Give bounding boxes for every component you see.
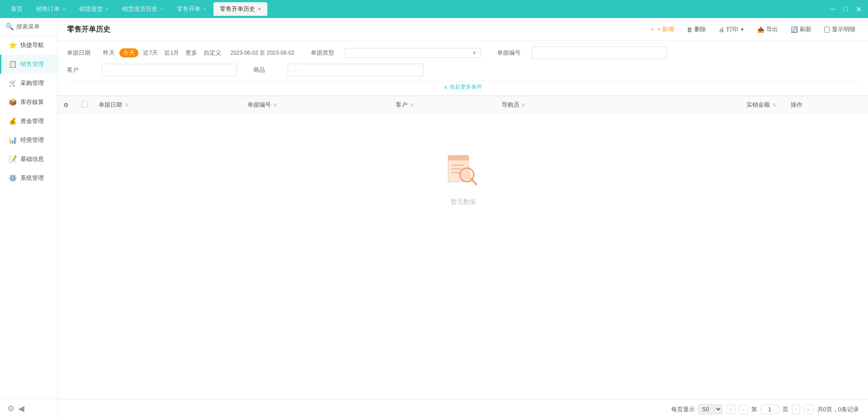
display-detail-checkbox[interactable] xyxy=(824,27,830,33)
th-customer-label: 客户 xyxy=(396,101,408,108)
sidebar-search[interactable]: 🔍 搜索菜单 xyxy=(0,18,57,36)
sidebar-item-sys-mgmt-label: 系统管理 xyxy=(20,174,44,182)
th-actions: 操作 xyxy=(785,96,868,114)
collapse-label: 收起更多条件 xyxy=(450,83,482,91)
collapse-filter-button[interactable]: ∧ 收起更多条件 xyxy=(67,81,859,93)
print-icon: 🖨 xyxy=(719,26,725,33)
tab-retail-history-label: 零售开单历史 xyxy=(220,5,255,13)
th-settings[interactable]: ⚙ xyxy=(58,96,76,114)
page-size-select[interactable]: 20 50 100 xyxy=(698,404,722,414)
th-amount[interactable]: 实销金额 ⇅ xyxy=(623,96,785,114)
page-number-input[interactable] xyxy=(761,405,779,414)
sidebar-item-inventory[interactable]: 📦 库存核算 xyxy=(0,93,57,112)
page-label: 第 xyxy=(751,405,757,414)
main-layout: 🔍 搜索菜单 ⭐ 快捷导航 📋 销售管理 🛒 采购管理 📦 库存核算 💰 资金管… xyxy=(0,18,868,419)
display-detail-checkbox-label[interactable]: 显示明细 xyxy=(821,24,859,35)
date-btn-yesterday[interactable]: 昨天 xyxy=(101,48,117,57)
delete-icon: 🗑 xyxy=(687,26,693,33)
tab-sales-return[interactable]: 销货退货 × xyxy=(73,2,115,16)
sidebar-bottom: ⚙ ◀ xyxy=(0,398,57,419)
th-amount-label: 实销金额 xyxy=(746,101,770,108)
date-btn-today[interactable]: 今天 xyxy=(119,48,138,57)
next-page-button[interactable]: › xyxy=(792,405,800,414)
sidebar-item-operations[interactable]: 📊 经营管理 xyxy=(0,131,57,150)
sidebar-item-purchase-mgmt-label: 采购管理 xyxy=(20,79,44,87)
sidebar-item-finance[interactable]: 💰 资金管理 xyxy=(0,112,57,131)
refresh-icon: 🔄 xyxy=(791,26,798,33)
delete-button[interactable]: 🗑 删除 xyxy=(683,24,710,35)
export-label: 导出 xyxy=(766,25,778,33)
tab-sales-return-history-close[interactable]: × xyxy=(160,6,163,12)
doc-number-input[interactable] xyxy=(531,47,667,59)
svg-rect-1 xyxy=(448,155,469,161)
sidebar-search-label: 搜索菜单 xyxy=(16,23,40,31)
svg-point-7 xyxy=(462,170,472,180)
tab-sales-order[interactable]: 销售订单 × xyxy=(30,2,72,16)
last-page-button[interactable]: » xyxy=(804,405,813,414)
th-number[interactable]: 单据编号 ⇅ xyxy=(242,96,391,114)
tab-sales-return-close[interactable]: × xyxy=(105,6,109,12)
operations-icon: 📊 xyxy=(9,136,17,144)
export-icon: 📤 xyxy=(757,26,764,33)
table-area: ⚙ 单据日期 ⇅ 单据编号 ⇅ 客户 xyxy=(58,96,868,399)
sys-mgmt-icon: ⚙️ xyxy=(9,174,17,182)
tab-sales-return-history[interactable]: 销货退货历史 × xyxy=(116,2,170,16)
svg-rect-2 xyxy=(451,165,464,166)
filter-area: 单据日期 昨天 今天 近7天 近1月 更多 自定义 2023-06-02 至 2… xyxy=(58,41,868,96)
tab-retail-history-close[interactable]: × xyxy=(258,6,261,12)
sidebar-item-sales-mgmt[interactable]: 📋 销售管理 xyxy=(0,55,57,74)
doc-type-label: 单据类型 xyxy=(311,49,338,57)
doc-type-dropdown-icon: ▼ xyxy=(472,50,477,56)
tab-sales-order-close[interactable]: × xyxy=(62,6,66,12)
refresh-button[interactable]: 🔄 刷新 xyxy=(787,24,815,35)
sidebar-item-sys-mgmt[interactable]: ⚙️ 系统管理 xyxy=(0,169,57,188)
sidebar-item-sales-mgmt-label: 销售管理 xyxy=(20,60,44,68)
filter-row-2: 客户 ··· 商品 ··· xyxy=(67,64,859,76)
first-page-button[interactable]: « xyxy=(726,405,735,414)
sidebar-item-base-info[interactable]: 📝 基础信息 xyxy=(0,150,57,169)
th-guide[interactable]: 导购员 ⇅ xyxy=(496,96,623,114)
tab-sales-order-label: 销售订单 xyxy=(36,5,60,13)
tab-retail-open[interactable]: 零售开单 × xyxy=(171,2,213,16)
tab-sales-return-label: 销货退货 xyxy=(79,5,103,13)
svg-rect-3 xyxy=(451,168,462,169)
customer-input[interactable]: ··· xyxy=(101,64,237,76)
top-bar: 首页 销售订单 × 销货退货 × 销货退货历史 × 零售开单 × 零售开单历史 … xyxy=(0,0,868,18)
add-icon: ＋ xyxy=(650,25,655,33)
export-button[interactable]: 📤 导出 xyxy=(754,24,782,35)
add-button[interactable]: ＋ + 新增 xyxy=(646,24,678,35)
product-input[interactable]: ··· xyxy=(288,64,423,76)
th-date[interactable]: 单据日期 ⇅ xyxy=(93,96,242,114)
tab-retail-open-label: 零售开单 xyxy=(177,5,200,13)
close-button[interactable]: ✕ xyxy=(854,4,863,14)
minimize-button[interactable]: ─ xyxy=(828,4,837,14)
settings-button[interactable]: ⚙ xyxy=(7,404,14,414)
tab-home[interactable]: 首页 xyxy=(5,2,29,16)
sidebar-item-purchase-mgmt[interactable]: 🛒 采购管理 xyxy=(0,74,57,93)
tab-retail-history[interactable]: 零售开单历史 × xyxy=(213,2,267,16)
tab-retail-open-close[interactable]: × xyxy=(203,6,206,12)
select-all-checkbox[interactable] xyxy=(81,101,88,108)
date-btn-last-month[interactable]: 近1月 xyxy=(162,48,181,57)
filter-row-1: 单据日期 昨天 今天 近7天 近1月 更多 自定义 2023-06-02 至 2… xyxy=(67,47,859,59)
empty-state-illustration xyxy=(441,150,486,191)
th-actions-label: 操作 xyxy=(791,101,802,108)
th-checkbox[interactable] xyxy=(76,96,93,114)
date-btn-more[interactable]: 更多 xyxy=(184,48,199,57)
date-filter-buttons: 昨天 今天 近7天 近1月 更多 自定义 xyxy=(101,48,223,57)
page-suffix: 页 xyxy=(783,405,788,414)
purchase-mgmt-icon: 🛒 xyxy=(9,79,17,87)
date-btn-custom[interactable]: 自定义 xyxy=(202,48,223,57)
prev-page-button[interactable]: ‹ xyxy=(739,405,747,414)
print-button[interactable]: 🖨 打印 ▼ xyxy=(715,24,748,35)
refresh-label: 刷新 xyxy=(800,25,811,33)
sidebar-item-quick-nav[interactable]: ⭐ 快捷导航 xyxy=(0,36,57,55)
doc-type-select[interactable]: ▼ xyxy=(345,48,481,58)
customer-placeholder: ··· xyxy=(105,67,113,74)
collapse-sidebar-button[interactable]: ◀ xyxy=(18,404,24,414)
product-placeholder: ··· xyxy=(292,67,299,74)
date-btn-last7[interactable]: 近7天 xyxy=(141,48,160,57)
maximize-button[interactable]: □ xyxy=(841,4,849,14)
th-customer[interactable]: 客户 ⇅ xyxy=(390,96,496,114)
sidebar-item-finance-label: 资金管理 xyxy=(20,117,44,125)
